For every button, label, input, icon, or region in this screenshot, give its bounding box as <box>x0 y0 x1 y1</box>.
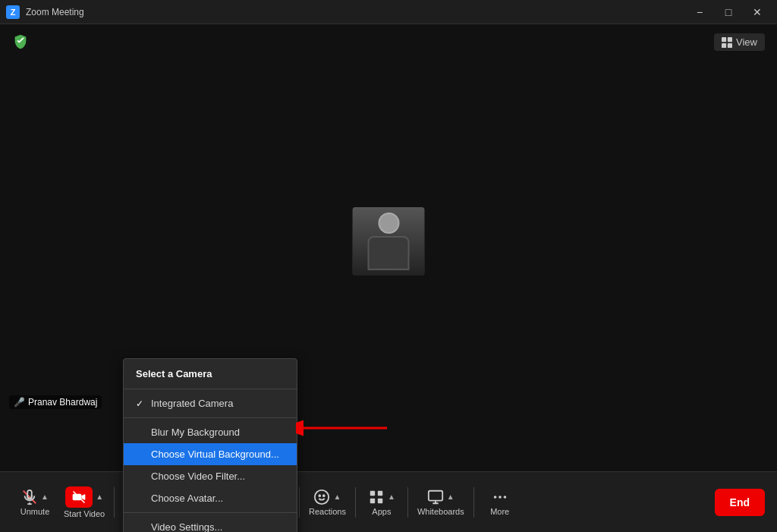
view-label: View <box>736 36 757 48</box>
svg-rect-23 <box>429 490 442 500</box>
video-off-icon <box>65 486 93 508</box>
menu-item-video-settings[interactable]: Video Settings... <box>124 516 297 532</box>
more-label: More <box>490 507 509 516</box>
svg-rect-0 <box>722 37 726 42</box>
start-video-label: Start Video <box>64 509 105 518</box>
reactions-label: Reactions <box>309 507 346 516</box>
red-arrow-indicator <box>296 413 395 443</box>
more-button[interactable]: More <box>477 484 523 521</box>
apps-caret[interactable]: ▲ <box>388 493 395 501</box>
menu-section-header: Select a Camera <box>124 365 297 386</box>
user-display-name: Pranav Bhardwaj <box>28 397 97 408</box>
whiteboards-button[interactable]: ▲ Whiteboards <box>411 484 470 521</box>
close-button[interactable]: ✕ <box>744 2 771 23</box>
zoom-logo: Z <box>6 5 20 19</box>
whiteboards-caret[interactable]: ▲ <box>447 493 455 501</box>
apps-label: Apps <box>372 507 391 516</box>
unmute-caret[interactable]: ▲ <box>41 493 49 501</box>
title-bar: Z Zoom Meeting − □ ✕ <box>0 0 777 24</box>
avatar-label: Choose Avatar... <box>151 493 223 504</box>
menu-item-choose-avatar[interactable]: Choose Avatar... <box>124 487 297 509</box>
title-bar-controls: − □ ✕ <box>686 2 771 23</box>
shield-icon <box>12 33 30 52</box>
microphone-off-icon <box>21 489 38 505</box>
title-bar-title: Zoom Meeting <box>26 7 84 17</box>
toolbar: ▲ Unmute ▲ Start Video Security <box>0 471 777 532</box>
svg-rect-2 <box>722 42 726 47</box>
video-settings-label: Video Settings... <box>151 521 222 532</box>
video-thumbnail <box>353 207 425 275</box>
maximize-button[interactable]: □ <box>715 2 742 23</box>
video-caret[interactable]: ▲ <box>96 493 103 501</box>
toolbar-sep-1 <box>114 487 115 518</box>
toolbar-sep-7 <box>473 487 474 518</box>
whiteboards-label: Whiteboards <box>417 507 464 516</box>
toolbar-sep-6 <box>407 487 408 518</box>
title-bar-left: Z Zoom Meeting <box>6 5 84 19</box>
toolbar-sep-5 <box>355 487 356 518</box>
integrated-camera-label: Integrated Camera <box>151 398 233 409</box>
svg-point-17 <box>319 495 321 496</box>
video-filter-label: Choose Video Filter... <box>151 471 245 482</box>
start-video-icon-row: ▲ <box>65 486 103 508</box>
menu-item-choose-video-filter[interactable]: Choose Video Filter... <box>124 465 297 487</box>
check-icon: ✓ <box>136 398 146 409</box>
start-video-button[interactable]: ▲ Start Video <box>58 482 111 523</box>
video-person <box>353 207 425 275</box>
whiteboards-icon <box>427 489 444 505</box>
end-button[interactable]: End <box>715 489 765 516</box>
svg-rect-3 <box>728 42 732 47</box>
svg-rect-20 <box>378 490 382 495</box>
mic-off-icon: 🎤 <box>14 397 25 408</box>
virtual-bg-label: Choose Virtual Background... <box>151 449 279 460</box>
apps-button[interactable]: ▲ Apps <box>359 484 404 521</box>
context-menu: Select a Camera ✓ Integrated Camera Blur… <box>123 358 297 532</box>
svg-rect-19 <box>370 490 375 495</box>
whiteboards-icon-row: ▲ <box>427 489 455 505</box>
view-button[interactable]: View <box>714 33 765 51</box>
apps-icon-row: ▲ <box>368 489 395 505</box>
reactions-button[interactable]: ▲ Reactions <box>303 484 352 521</box>
reactions-icon <box>313 489 330 505</box>
menu-divider-2 <box>124 417 297 418</box>
svg-point-25 <box>499 496 502 499</box>
reactions-caret[interactable]: ▲ <box>333 493 341 501</box>
menu-divider-1 <box>124 389 297 389</box>
user-name-label: 🎤 Pranav Bhardwaj <box>9 395 102 409</box>
minimize-button[interactable]: − <box>686 2 713 23</box>
menu-item-integrated-camera[interactable]: ✓ Integrated Camera <box>124 392 297 414</box>
unmute-label: Unmute <box>20 507 50 516</box>
svg-point-26 <box>503 496 506 499</box>
blur-bg-label: Blur My Background <box>151 427 240 438</box>
menu-divider-3 <box>124 512 297 513</box>
svg-point-24 <box>493 496 496 499</box>
toolbar-sep-4 <box>299 487 300 518</box>
svg-point-18 <box>323 495 325 496</box>
reactions-icon-row: ▲ <box>313 489 341 505</box>
more-icon <box>492 489 508 505</box>
svg-point-16 <box>315 490 329 503</box>
svg-rect-21 <box>370 498 375 502</box>
unmute-icon-row: ▲ <box>21 489 49 505</box>
svg-rect-1 <box>728 37 732 42</box>
menu-item-blur-bg[interactable]: Blur My Background <box>124 421 297 443</box>
menu-item-choose-virtual-bg[interactable]: Choose Virtual Background... <box>124 443 297 465</box>
svg-rect-22 <box>378 498 382 502</box>
apps-icon <box>368 489 385 505</box>
main-video-area: View Select a Camera ✓ Integrated Camera… <box>0 24 777 471</box>
unmute-button[interactable]: ▲ Unmute <box>12 484 58 521</box>
